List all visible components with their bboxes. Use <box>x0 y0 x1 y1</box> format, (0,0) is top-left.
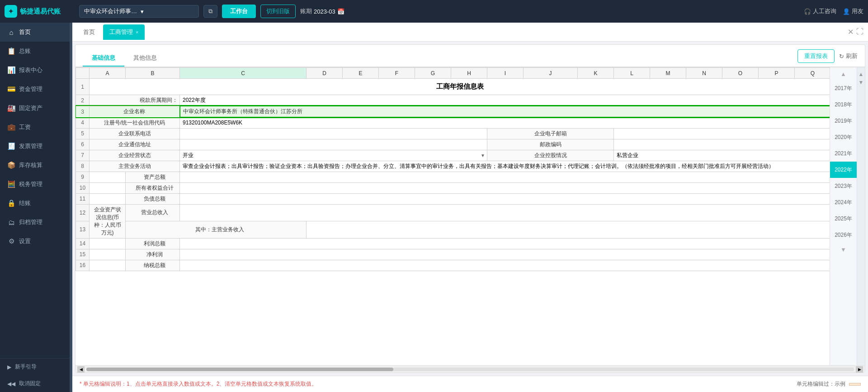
year-item-2022[interactable]: 2022年 <box>830 162 857 178</box>
headset-icon: 🎧 <box>804 8 811 15</box>
window-close-icon[interactable]: ✕ <box>848 28 854 36</box>
reset-report-button[interactable]: 重置报表 <box>797 49 835 63</box>
h-scroll-left-btn[interactable]: ◀ <box>77 366 85 373</box>
cell-13-label: 其中：主营业务收入 <box>126 221 307 239</box>
table-scroll-container[interactable]: A B C D E F G H I J <box>75 67 830 365</box>
year-item-2024[interactable]: 2024年 <box>830 194 857 210</box>
example-label: 单元格编辑过：示例 <box>797 380 845 388</box>
cell-9-label: 资产总额 <box>126 172 180 182</box>
h-scroll-thumb[interactable] <box>86 368 393 371</box>
sidebar-item-ledger[interactable]: 📋 总账 <box>0 42 72 61</box>
cell-16-value[interactable] <box>180 260 830 271</box>
year-item-2019[interactable]: 2019年 <box>830 113 857 129</box>
cell-7-dropdown[interactable]: 开业 ▼ <box>180 150 487 161</box>
status-bar: * 单元格编辑说明：1、点击单元格直接录入数值或文本。2、清空单元格数值或文本恢… <box>72 376 868 392</box>
cell-6-value2[interactable] <box>614 139 830 150</box>
cell-3-value[interactable]: 中审众环会计师事务所（特殊普通合伙）江苏分所 <box>180 106 830 117</box>
cell-11-value[interactable] <box>180 193 830 204</box>
sidebar-bottom: ▶ 新手引导 ◀◀ 取消固定 <box>0 358 72 392</box>
cell-10-value[interactable] <box>180 182 830 193</box>
col-header-A: A <box>90 68 126 79</box>
sub-tab-bar: 基础信息 其他信息 重置报表 ↻ 刷新 <box>75 45 865 67</box>
cell-5-value2[interactable] <box>614 128 830 139</box>
cell-14-empty <box>90 238 126 249</box>
sidebar-item-invoice[interactable]: 🧾 发票管理 <box>0 137 72 156</box>
sidebar-item-tax[interactable]: 🧮 税务管理 <box>0 175 72 194</box>
support-label: 人工咨询 <box>813 7 836 15</box>
tab-business-management[interactable]: 工商管理 × <box>103 24 145 40</box>
cell-14-value[interactable] <box>180 238 830 249</box>
salary-icon: 💼 <box>7 123 15 131</box>
user-item[interactable]: 👤 用友 <box>843 7 863 15</box>
calendar-icon[interactable]: 📅 <box>337 8 344 15</box>
collapse-panel[interactable]: ▲ ▼ <box>857 67 865 365</box>
archive-icon: 🗂 <box>7 219 15 226</box>
sidebar-item-salary[interactable]: 💼 工资 <box>0 118 72 137</box>
year-item-2017[interactable]: 2017年 <box>830 80 857 96</box>
tab-basic-info[interactable]: 基础信息 <box>83 50 124 67</box>
cell-2-value[interactable]: 2022年度 <box>180 95 830 106</box>
sidebar-item-reports[interactable]: 📊 报表中心 <box>0 61 72 80</box>
assets-icon: 🏭 <box>7 104 15 112</box>
cell-15-value[interactable] <box>180 249 830 260</box>
sidebar-item-guide[interactable]: ▶ 新手引导 <box>0 359 72 375</box>
sidebar-label-settings: 设置 <box>19 237 31 245</box>
year-item-2026[interactable]: 2026年 <box>830 227 857 243</box>
company-selector[interactable]: 中审众环会计师事务所（特殊普通合伙... ▾ <box>79 5 199 18</box>
copy-button[interactable]: ⧉ <box>203 5 217 18</box>
row-num-3: 3 <box>76 106 90 117</box>
year-item-2018[interactable]: 2018年 <box>830 96 857 113</box>
h-scroll-right-btn[interactable]: ▶ <box>856 366 863 373</box>
sidebar-item-inventory[interactable]: 📦 库存核算 <box>0 156 72 175</box>
h-scroll-track[interactable] <box>86 368 854 371</box>
refresh-button[interactable]: ↻ 刷新 <box>839 52 858 60</box>
row-num-7: 7 <box>76 150 90 161</box>
col-header-O: O <box>722 68 759 79</box>
cell-8-value[interactable]: 审查企业会计报表；出具审计报告；验证企业资本；出具验资报告；办理企业合并、分立、… <box>180 161 830 172</box>
sub-tabs: 基础信息 其他信息 <box>83 50 166 66</box>
table-year-container: A B C D E F G H I J <box>75 67 865 365</box>
year-panel-down-btn[interactable]: ▼ <box>830 243 857 256</box>
user-label: 用友 <box>852 7 863 15</box>
sidebar-item-settings[interactable]: ⚙ 设置 <box>0 232 72 251</box>
switch-version-button[interactable]: 切到旧版 <box>260 5 296 18</box>
cell-9-value[interactable] <box>180 172 830 182</box>
sidebar-item-close[interactable]: 🔒 结账 <box>0 194 72 213</box>
sidebar-item-archive[interactable]: 🗂 归档管理 <box>0 213 72 232</box>
sidebar-item-funds[interactable]: 💳 资金管理 <box>0 80 72 99</box>
sidebar-label-funds: 资金管理 <box>19 85 42 93</box>
tab-other-info[interactable]: 其他信息 <box>124 50 166 67</box>
workspace-button[interactable]: 工作台 <box>222 5 256 18</box>
table-row-selected: 3 企业名称 中审众环会计师事务所（特殊普通合伙）江苏分所 <box>76 106 830 117</box>
user-icon: 👤 <box>843 8 850 15</box>
support-item[interactable]: 🎧 人工咨询 <box>804 7 836 15</box>
tab-home[interactable]: 首页 <box>77 24 101 40</box>
year-item-2023[interactable]: 2023年 <box>830 178 857 194</box>
tab-close-icon[interactable]: × <box>136 29 138 35</box>
sidebar-item-unpin[interactable]: ◀◀ 取消固定 <box>0 375 72 392</box>
cell-6-value[interactable] <box>180 139 487 150</box>
year-item-2025[interactable]: 2025年 <box>830 210 857 227</box>
table-row: 4 注册号/统一社会信用代码 91320100MA208E5W6K <box>76 117 830 128</box>
refresh-label: 刷新 <box>846 52 858 60</box>
cell-5-value[interactable] <box>180 128 487 139</box>
cell-7-value2[interactable]: 私营企业 <box>614 150 830 161</box>
cell-13-value[interactable] <box>307 221 830 239</box>
sidebar-item-home[interactable]: ⌂ 首页 <box>0 23 72 42</box>
company-name: 中审众环会计师事务所（特殊普通合伙... <box>84 7 138 15</box>
cell-15-empty <box>90 249 126 260</box>
sub-tab-actions: 重置报表 ↻ 刷新 <box>797 49 858 63</box>
year-panel-up-btn[interactable]: ▲ <box>830 67 857 80</box>
cell-4-value[interactable]: 91320100MA208E5W6K <box>180 117 830 128</box>
year-item-2020[interactable]: 2020年 <box>830 129 857 145</box>
cell-5-label2: 企业电子邮箱 <box>487 128 614 139</box>
sidebar-item-assets[interactable]: 🏭 固定资产 <box>0 99 72 118</box>
settings-icon: ⚙ <box>7 237 15 245</box>
window-expand-icon[interactable]: ⛶ <box>856 28 863 36</box>
horizontal-scrollbar[interactable]: ◀ ▶ <box>75 365 865 373</box>
cell-12-value[interactable] <box>180 204 830 221</box>
collapse-arrow-icon2: ▼ <box>859 79 864 86</box>
collapse-arrow-icon: ▲ <box>859 71 864 77</box>
title-cell[interactable]: 工商年报信息表 <box>90 79 830 95</box>
year-item-2021[interactable]: 2021年 <box>830 145 857 162</box>
